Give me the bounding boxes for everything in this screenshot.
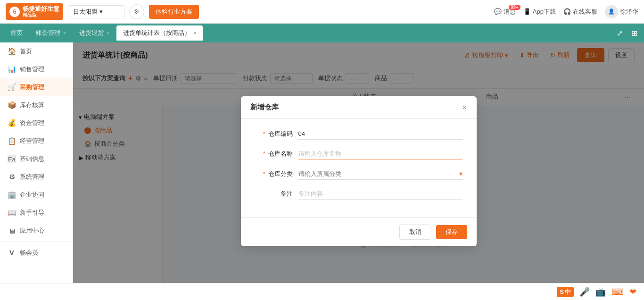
tab-account-label: 账套管理 [36, 29, 60, 37]
modal-header: 新增仓库 × [241, 96, 477, 119]
tab-return[interactable]: 进货退货 × [73, 25, 116, 41]
sidebar-item-system-label: 系统管理 [20, 173, 44, 181]
sidebar-item-apps[interactable]: 🖥 应用中心 [0, 222, 73, 240]
bottom-logo: S 中 [557, 287, 574, 297]
bottom-bar: S 中 🎤 📺 ⌨ ❤ [0, 283, 644, 300]
headset-icon: 🎧 [563, 8, 571, 15]
bottom-logo-text: 中 [565, 288, 571, 296]
bottom-logo-s: S [560, 288, 564, 295]
tab-expand-button[interactable]: ⊞ [628, 28, 640, 39]
modal-overlay: 新增仓库 × * 仓库编码 * [73, 42, 644, 300]
sidebar-item-system[interactable]: ⚙ 系统管理 [0, 168, 73, 186]
enterprise-icon: 🏢 [8, 191, 16, 199]
gear-button[interactable]: ⚙ [129, 4, 144, 19]
modal-close-button[interactable]: × [462, 103, 467, 112]
cancel-button[interactable]: 取消 [399, 225, 431, 240]
form-row-code: * 仓库编码 [255, 128, 462, 140]
guide-icon: 📖 [8, 208, 16, 217]
online-service-item[interactable]: 🎧 在线客服 [563, 8, 597, 16]
category-input[interactable] [298, 170, 459, 177]
code-required: * [263, 130, 265, 137]
sidebar-item-apps-label: 应用中心 [20, 226, 44, 235]
sidebar-item-finance[interactable]: 💰 资金管理 [0, 114, 73, 132]
category-required: * [263, 170, 265, 177]
avatar: 👤 [605, 5, 618, 18]
message-item[interactable]: 💬 消息 99+ [494, 8, 516, 16]
sidebar-item-enterprise[interactable]: 🏢 企业协同 [0, 186, 73, 204]
category-select[interactable]: ▾ [298, 168, 462, 180]
sidebar-item-guide-label: 新手引导 [20, 208, 44, 217]
store-name: 日太阳膜 [73, 8, 98, 16]
system-icon: ⚙ [8, 173, 16, 181]
sidebar-item-purchase[interactable]: 🛒 采购管理 [0, 78, 73, 96]
chevron-down-icon: ▾ [99, 8, 103, 15]
form-row-name: * 仓库名称 [255, 148, 462, 159]
sidebar-item-home[interactable]: 🏠 首页 [0, 42, 73, 60]
modal-dialog: 新增仓库 × * 仓库编码 * [241, 96, 477, 246]
heart-icon[interactable]: ❤ [629, 287, 636, 297]
sidebar-item-basic[interactable]: Ea 基础信息 [0, 150, 73, 168]
sidebar-item-guide[interactable]: 📖 新手引导 [0, 204, 73, 222]
username-label: 徐泽华 [620, 8, 638, 16]
modal-body: * 仓库编码 * 仓库名称 [241, 119, 477, 217]
sidebar-item-inventory[interactable]: 📦 库存核算 [0, 96, 73, 114]
top-header: 6 畅捷通好生意 精品版 日太阳膜 ▾ ⚙ 体验行业方案 💬 消息 99+ 📱 … [0, 0, 644, 24]
sidebar-item-sales-label: 销售管理 [20, 65, 44, 74]
sidebar-item-finance-label: 资金管理 [20, 119, 44, 127]
tab-stats-label: 进货单统计表（按商品） [123, 29, 190, 37]
sidebar-item-management-label: 经营管理 [20, 137, 44, 145]
tab-stats-close[interactable]: × [193, 30, 196, 36]
sidebar-item-home-label: 首页 [20, 47, 32, 56]
user-item[interactable]: 👤 徐泽华 [605, 5, 638, 18]
save-button[interactable]: 保存 [436, 225, 467, 239]
tab-account[interactable]: 账套管理 × [29, 25, 73, 41]
tv-icon[interactable]: 📺 [595, 287, 606, 297]
content-area: 进货单统计(按商品) 🖨 按模板打印 ▾ ⬇ 导出 ↻ 刷新 查询 设置 [73, 42, 644, 300]
sidebar-item-management[interactable]: 📋 经营管理 [0, 132, 73, 150]
home-icon: 🏠 [8, 47, 16, 56]
tab-stats[interactable]: 进货单统计表（按商品） × [116, 25, 203, 41]
sidebar-item-purchase-label: 采购管理 [20, 83, 44, 92]
tab-home-label: 首页 [10, 29, 23, 37]
logo-text: 畅捷通好生意 精品版 [23, 5, 59, 18]
sidebar-item-vip[interactable]: V 畅会员 [0, 244, 73, 262]
tab-home[interactable]: 首页 [4, 25, 29, 41]
sidebar-item-sales[interactable]: 📊 销售管理 [0, 60, 73, 78]
sidebar-item-basic-label: 基础信息 [20, 155, 44, 163]
code-label: * 仓库编码 [255, 130, 293, 138]
basic-icon: Ea [8, 155, 16, 163]
form-row-category: * 仓库分类 ▾ [255, 168, 462, 180]
management-icon: 📋 [8, 137, 16, 145]
logo-icon: 6 [9, 7, 20, 17]
modal-footer: 取消 保存 [241, 217, 477, 246]
sidebar-item-enterprise-label: 企业协同 [20, 191, 44, 199]
name-label: * 仓库名称 [255, 150, 293, 158]
tab-return-label: 进货退货 [79, 29, 104, 37]
logo-main: 畅捷通好生意 [23, 5, 59, 13]
name-input[interactable] [298, 148, 462, 159]
online-service-label: 在线客服 [573, 8, 597, 16]
message-badge: 99+ [509, 5, 520, 10]
message-icon: 💬 [494, 8, 502, 15]
app-download-item[interactable]: 📱 App下载 [523, 8, 556, 16]
name-required: * [263, 150, 265, 157]
keyboard-icon[interactable]: ⌨ [611, 287, 624, 297]
store-select[interactable]: 日太阳膜 ▾ [68, 5, 124, 18]
tab-account-close[interactable]: × [63, 30, 66, 36]
code-input[interactable] [298, 128, 462, 140]
finance-icon: 💰 [8, 119, 16, 127]
modal-title: 新增仓库 [250, 103, 279, 112]
logo-area: 6 畅捷通好生意 精品版 [6, 3, 63, 20]
tab-restore-button[interactable]: ⤢ [614, 28, 626, 39]
mic-icon[interactable]: 🎤 [579, 287, 590, 297]
main-layout: 🏠 首页 📊 销售管理 🛒 采购管理 📦 库存核算 💰 资金管理 📋 经营管理 … [0, 42, 644, 300]
tab-actions: ⤢ ⊞ [614, 28, 640, 39]
inventory-icon: 📦 [8, 101, 16, 109]
note-input[interactable] [298, 188, 462, 200]
sidebar-item-vip-label: 畅会员 [20, 249, 38, 257]
experience-button[interactable]: 体验行业方案 [149, 5, 199, 19]
category-dropdown-icon[interactable]: ▾ [459, 170, 462, 177]
tab-return-close[interactable]: × [107, 30, 109, 36]
purchase-icon: 🛒 [8, 83, 16, 92]
sidebar-item-inventory-label: 库存核算 [20, 101, 44, 109]
